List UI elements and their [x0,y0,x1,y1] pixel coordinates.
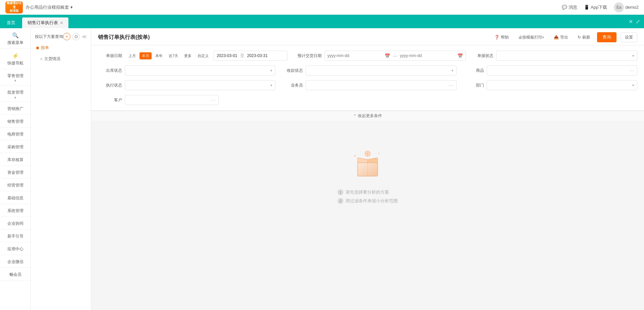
sidebar-item-wholesale[interactable]: 批发管理 ▲ [0,86,31,102]
add-scheme-button[interactable]: ＋ [63,33,70,40]
status-select[interactable]: ▾ [496,51,637,61]
department-select[interactable]: ▾ [487,80,637,90]
app-download-label: App下载 [591,4,607,10]
payment-chevron-icon: ▾ [451,68,453,73]
sidebar-item-basic[interactable]: 基础信息 [0,191,31,204]
exec-chevron-icon: ▾ [270,83,272,88]
customer-input[interactable]: ··· [125,95,219,105]
logo-text: 畅捷通好生意 标准版 [5,1,23,13]
date-btn-custom[interactable]: 自定义 [195,52,211,59]
empty-tips: 1 请先选择要分析的方案 2 用过滤条件来缩小分析范围 [337,188,398,205]
app-download-button[interactable]: 📱 App下载 [584,4,607,10]
avatar: Ea [614,2,624,12]
chevron-icon: ▼ [14,79,17,83]
help-button[interactable]: ❓ 帮助 [492,33,512,42]
maximize-window-icon[interactable]: ⤢ [636,18,640,25]
svg-text:✦: ✦ [378,152,380,155]
refresh-button[interactable]: ↻ 刷新 [575,33,593,42]
scheme-item-press[interactable]: 按单 [31,42,91,53]
content-area: 按以下方案查询 ＋ ⚙ ≪ 按单 欠货情况 [31,28,644,310]
expected-date-start-input[interactable] [327,53,383,58]
salesperson-label: 业务员 [282,83,306,88]
nav-tabs: 首页 销售订单执行表 ✕ ✕ ⤢ [0,15,644,28]
settings-button[interactable]: 设置 [621,33,637,42]
collapse-bar[interactable]: ⌃ 收起更多条件 [91,111,644,121]
message-button[interactable]: 💬 消息 [562,4,577,10]
salesperson-more-icon[interactable]: ··· [448,83,453,88]
sidebar: 🔍 搜索菜单 ⚡ 快捷导航 零售管理 ▼ 批发管理 ▲ 营销推广 销售管理 电商… [0,28,31,310]
close-window-icon[interactable]: ✕ [629,18,633,25]
date-btn-this-year[interactable]: 本年 [153,52,165,59]
app-selector[interactable]: 办公用品行业模拟账套 ▾ [25,4,73,10]
sidebar-item-sales[interactable]: 销售管理 [0,115,31,127]
scheme-item-debt[interactable]: 欠货情况 [31,53,91,64]
date-range-separator: — [393,53,397,58]
payment-status-label: 收款状态 [282,68,306,73]
refresh-label: 刷新 [582,35,590,40]
sidebar-item-appstore[interactable]: 应用中心 [0,242,31,255]
filter-row-2: 出库状态 ▾ 收款状态 ▾ 商品 ··· [98,65,637,75]
left-panel-actions: ＋ ⚙ ≪ [63,33,87,40]
sidebar-item-marketing[interactable]: 营销推广 [0,102,31,115]
sidebar-purchase-label: 采购管理 [7,144,23,150]
sidebar-finance-label: 资金管理 [7,170,23,175]
print-arrow-icon: ▾ [542,35,544,40]
calendar-start-icon[interactable]: 📅 [385,53,390,58]
filter-row-3: 执行状态 ▾ 业务员 ··· 部门 ▾ [98,80,637,90]
sidebar-item-system[interactable]: 系统管理 [0,204,31,217]
app-selector-label: 办公用品行业模拟账套 [25,4,69,10]
sidebar-wechat-label: 企业微信 [7,259,23,265]
sidebar-item-ecommerce[interactable]: 电商管理 [0,127,31,140]
user-profile[interactable]: Ea demo2 [614,2,639,12]
warehouse-status-label: 出库状态 [98,68,125,73]
sidebar-appstore-label: 应用中心 [7,246,23,252]
sidebar-item-wechat[interactable]: 企业微信 [0,255,31,268]
sidebar-item-operation[interactable]: 经营管理 [0,178,31,191]
page-actions: ❓ 帮助 🖨 按模板打印 ▾ 📤 导出 ↻ 刷新 [492,32,637,42]
exec-status-select[interactable]: ▾ [125,80,275,90]
date-range-input: 2023-03-01 至 2023-03-31 [214,51,287,61]
goods-input[interactable]: ··· [487,65,637,75]
calendar-end-icon[interactable]: 📅 [458,53,463,58]
export-button[interactable]: 📤 导出 [551,33,571,42]
sidebar-item-search[interactable]: 🔍 搜索菜单 [0,28,31,49]
date-btn-this-month[interactable]: 本月 [140,52,152,59]
sidebar-item-shortcut[interactable]: ⚡ 快捷导航 [0,49,31,69]
query-button-label: 查询 [602,34,611,40]
sidebar-item-inventory[interactable]: 库存核算 [0,153,31,166]
collapse-panel-button[interactable]: ≪ [82,34,87,39]
header-right: 💬 消息 📱 App下载 Ea demo2 [562,2,639,12]
user-label: demo2 [625,5,639,10]
sidebar-basic-label: 基础信息 [7,195,23,201]
tip-num-1: 1 [337,189,343,195]
date-start-value: 2023-03-01 [217,53,237,58]
expected-date-range: 📅 — 📅 [324,51,466,61]
tab-close-icon[interactable]: ✕ [60,21,63,25]
customer-more-icon[interactable]: ··· [211,97,216,103]
settings-scheme-button[interactable]: ⚙ [72,33,80,40]
sidebar-item-member[interactable]: 畅会员 [0,268,31,280]
sidebar-item-retail[interactable]: 零售管理 ▼ [0,69,31,86]
filter-row-4: 客户 ··· [98,95,637,105]
date-btn-last-month[interactable]: 上月 [126,52,138,59]
sidebar-item-enterprise[interactable]: 企业协同 [0,217,31,229]
expected-date-end-input[interactable] [400,53,456,58]
header-left: 畅捷通好生意 标准版 办公用品行业模拟账套 ▾ [5,1,73,13]
date-btn-more[interactable]: 更多 [182,52,194,59]
tip-item-1: 1 请先选择要分析的方案 [337,188,398,197]
sidebar-item-purchase[interactable]: 采购管理 [0,140,31,153]
search-icon: 🔍 [12,32,19,39]
salesperson-input[interactable]: ··· [306,80,456,90]
payment-status-select[interactable]: ▾ [306,65,456,75]
query-button[interactable]: 查询 [597,32,616,42]
sidebar-enterprise-label: 企业协同 [7,221,23,226]
sidebar-item-finance[interactable]: 资金管理 [0,166,31,178]
tab-home[interactable]: 首页 [1,17,21,28]
goods-more-icon[interactable]: ··· [629,68,634,73]
date-btn-last-7days[interactable]: 近7天 [166,52,180,59]
template-print-button[interactable]: 🖨 按模板打印 ▾ [516,33,547,42]
tab-sales-order[interactable]: 销售订单执行表 ✕ [22,17,68,28]
sidebar-item-guide[interactable]: 新手引导 [0,229,31,242]
warehouse-status-select[interactable]: ▾ [125,65,275,75]
message-label: 消息 [569,4,577,10]
